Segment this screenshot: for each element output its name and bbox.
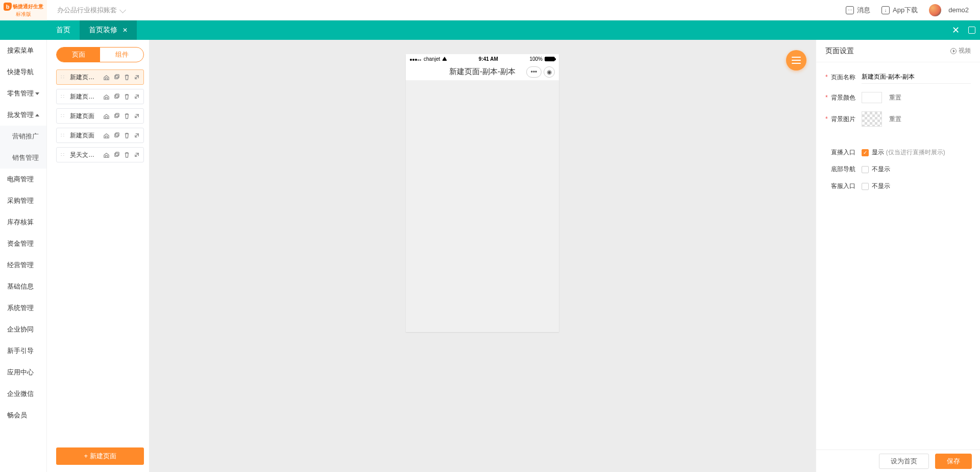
nav-retail[interactable]: 零售管理 (0, 83, 46, 104)
home-icon[interactable] (103, 93, 110, 100)
page-list-item[interactable]: ∷ 昊天文具店 (56, 147, 144, 162)
external-icon[interactable] (133, 151, 140, 158)
drag-icon[interactable]: ∷ (61, 113, 67, 120)
copy-icon[interactable] (113, 112, 120, 120)
app-download-link[interactable]: ↓ App下载 (881, 6, 918, 15)
chevron-up-icon (35, 114, 39, 116)
nav-apps[interactable]: 应用中心 (0, 362, 46, 383)
nav-wholesale[interactable]: 批发管理 (0, 104, 46, 126)
tab-label: 首页 (56, 26, 70, 35)
wifi-icon (442, 57, 447, 61)
page-panel: 页面 组件 ∷ 新建页面-副本... ∷ 新建页面-副本 ∷ 新建页面 ∷ 新建… (47, 40, 149, 472)
delete-icon[interactable] (123, 112, 130, 120)
svg-rect-8 (114, 153, 118, 156)
nav-purchase[interactable]: 采购管理 (0, 190, 46, 211)
delete-icon[interactable] (123, 74, 130, 81)
nav-guide[interactable]: 新手引导 (0, 340, 46, 362)
nav-operations[interactable]: 经营管理 (0, 254, 46, 276)
user-menu[interactable]: demo2 (929, 4, 969, 16)
home-icon[interactable] (103, 112, 110, 120)
seg-pages[interactable]: 页面 (57, 48, 100, 62)
page-list-item[interactable]: ∷ 新建页面-副本... (56, 69, 144, 85)
service-text: 不显示 (872, 182, 890, 191)
settings-panel: 页面设置 视频 *页面名称 *背景颜色 重置 *背景图片 重置 (816, 40, 980, 472)
drag-icon[interactable]: ∷ (61, 93, 67, 100)
nav-member[interactable]: 畅会员 (0, 405, 46, 426)
username: demo2 (948, 6, 969, 14)
page-list-item[interactable]: ∷ 新建页面 (56, 108, 144, 124)
page-list-item[interactable]: ∷ 新建页面 (56, 128, 144, 143)
home-icon[interactable] (103, 132, 110, 139)
tab-strip: 首页 首页装修 ✕ ✕ (0, 20, 980, 40)
avatar (929, 4, 941, 16)
target-icon[interactable]: ◉ (544, 66, 555, 78)
close-all-button[interactable]: ✕ (947, 20, 964, 40)
nav-ecommerce[interactable]: 电商管理 (0, 169, 46, 190)
copy-icon[interactable] (113, 93, 120, 100)
nav-system[interactable]: 系统管理 (0, 297, 46, 319)
chevron-down-icon (35, 92, 39, 95)
account-selector[interactable]: 办公品行业模拟账套 (57, 6, 127, 15)
battery-percent: 100% (529, 56, 543, 62)
nav-enterprise[interactable]: 企业协同 (0, 319, 46, 340)
page-item-name: 新建页面-副本... (70, 73, 100, 82)
new-page-button[interactable]: + 新建页面 (56, 447, 144, 465)
nav-quick[interactable]: 快捷导航 (0, 61, 46, 83)
label-live: 直播入口 (831, 148, 862, 157)
home-icon[interactable] (103, 74, 110, 81)
tab-page-decor[interactable]: 首页装修 ✕ (80, 20, 137, 40)
nav-inventory[interactable]: 库存核算 (0, 211, 46, 233)
settings-footer: 设为首页 保存 (816, 450, 980, 472)
svg-rect-4 (114, 114, 118, 117)
copy-icon[interactable] (113, 132, 120, 139)
reset-bgcolor[interactable]: 重置 (889, 93, 901, 102)
page-list-item[interactable]: ∷ 新建页面-副本 (56, 89, 144, 104)
external-icon[interactable] (133, 74, 140, 81)
svg-rect-6 (114, 133, 118, 137)
messages-link[interactable]: ⋯ 消息 (846, 6, 870, 15)
delete-icon[interactable] (123, 93, 130, 100)
seg-components[interactable]: 组件 (100, 48, 143, 62)
bgcolor-swatch[interactable] (862, 92, 882, 103)
external-icon[interactable] (133, 112, 140, 120)
nav-basic-info[interactable]: 基础信息 (0, 276, 46, 297)
delete-icon[interactable] (123, 151, 130, 158)
nav-sales[interactable]: 销售管理 (0, 147, 46, 169)
bottom-nav-checkbox[interactable] (862, 166, 869, 173)
nav-search[interactable]: 搜索菜单 (0, 40, 46, 61)
page-name-input[interactable] (862, 70, 971, 84)
nav-marketing[interactable]: 营销推广 (0, 126, 46, 147)
label-service: 客服入口 (831, 182, 862, 191)
external-icon[interactable] (133, 132, 140, 139)
drag-icon[interactable]: ∷ (61, 132, 67, 139)
home-icon[interactable] (103, 151, 110, 158)
fullscreen-button[interactable] (964, 20, 980, 40)
live-show-text: 显示 (872, 148, 884, 157)
delete-icon[interactable] (123, 132, 130, 139)
phone-body[interactable] (406, 81, 559, 332)
component-drawer-toggle[interactable] (786, 50, 806, 70)
set-home-button[interactable]: 设为首页 (879, 454, 929, 469)
phone-preview: chanjet 9:41 AM 100% 新建页面-副本-副本 ••• ◉ (406, 54, 559, 332)
more-icon[interactable]: ••• (526, 66, 542, 78)
close-icon[interactable]: ✕ (122, 27, 128, 34)
tab-home[interactable]: 首页 (47, 20, 80, 40)
video-help-link[interactable]: 视频 (950, 46, 971, 55)
canvas: chanjet 9:41 AM 100% 新建页面-副本-副本 ••• ◉ (149, 40, 816, 472)
page-title: 新建页面-副本-副本 (449, 67, 516, 77)
drag-icon[interactable]: ∷ (61, 152, 67, 158)
segment-control: 页面 组件 (56, 47, 144, 62)
nav-wecom[interactable]: 企业微信 (0, 383, 46, 405)
service-checkbox[interactable] (862, 183, 869, 190)
bgimg-picker[interactable] (862, 111, 882, 127)
drag-icon[interactable]: ∷ (61, 74, 67, 81)
live-checkbox[interactable] (862, 149, 869, 156)
play-icon (950, 48, 957, 54)
copy-icon[interactable] (113, 151, 120, 158)
reset-bgimg[interactable]: 重置 (889, 115, 901, 124)
save-button[interactable]: 保存 (935, 454, 972, 469)
external-icon[interactable] (133, 93, 140, 100)
label-bottom-nav: 底部导航 (831, 165, 862, 174)
copy-icon[interactable] (113, 74, 120, 81)
nav-funds[interactable]: 资金管理 (0, 233, 46, 254)
